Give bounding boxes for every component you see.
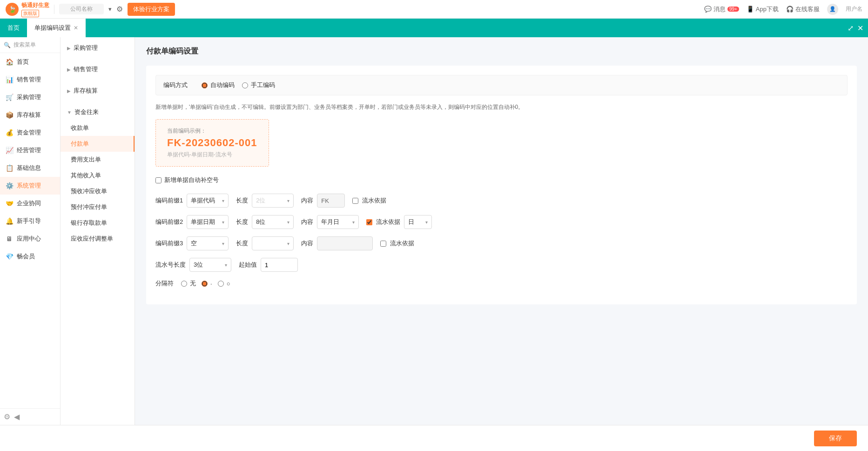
- guide-icon: 🔔: [6, 217, 13, 225]
- sub-menu-item-bank[interactable]: 银行存取款单: [61, 215, 135, 231]
- prefix2-select[interactable]: 单据日期 ▾: [187, 215, 229, 229]
- sub-menu-header-purchase[interactable]: ▶ 采购管理: [61, 40, 135, 56]
- sidebar-item-member[interactable]: 💎 畅会员: [0, 248, 60, 265]
- serial2-field: 流水依据 日 ▾: [366, 215, 432, 229]
- basic-info-icon: 📋: [6, 164, 13, 172]
- prefix1-select[interactable]: 单据代码 ▾: [187, 194, 229, 208]
- sidebar-item-finance[interactable]: 💰 资金管理: [0, 124, 60, 141]
- content1-field: 内容 FK: [301, 194, 345, 208]
- length2-select[interactable]: 8位 ▾: [252, 215, 294, 229]
- settings-bottom-icon[interactable]: ⚙: [4, 412, 10, 421]
- hint-text: 新增单据时，'单据编码'自动生成，不可编辑。前缀设置为部门、业务员等档案类，开单…: [155, 103, 848, 112]
- sidebar-item-system[interactable]: ⚙️ 系统管理: [0, 177, 60, 195]
- length3-select[interactable]: ▾: [252, 236, 294, 250]
- tab-close-icon[interactable]: ✕: [74, 25, 78, 31]
- sub-menu-item-receipt[interactable]: 收款单: [61, 120, 135, 136]
- sub-sidebar: ▶ 采购管理 ▶ 销售管理 ▶ 库存核算 ▼ 资金往来 收款单 付款单 费用支出…: [61, 37, 135, 425]
- sidebar-search[interactable]: 🔍 搜索菜单: [0, 37, 60, 53]
- sub-menu-item-adjustment[interactable]: 应收应付调整单: [61, 231, 135, 247]
- sidebar-item-apps[interactable]: 🖥 应用中心: [0, 230, 60, 248]
- sub-menu-item-prepaid-receivable[interactable]: 预收冲应收单: [61, 183, 135, 199]
- serial2-checkbox[interactable]: [366, 219, 372, 225]
- content2-field: 内容 年月日 ▾: [301, 215, 359, 229]
- sidebar-item-guide[interactable]: 🔔 新手引导: [0, 212, 60, 230]
- serial2-label: 流水依据: [376, 218, 400, 226]
- sub-menu-header-capital[interactable]: ▼ 资金往来: [61, 104, 135, 120]
- arrow-icon-inventory: ▶: [67, 88, 71, 94]
- serial1-checkbox[interactable]: [352, 198, 358, 204]
- sidebar-item-home[interactable]: 🏠 首页: [0, 53, 60, 71]
- save-button[interactable]: 保存: [814, 431, 857, 446]
- content2-select[interactable]: 年月日 ▾: [317, 215, 359, 229]
- sub-menu-item-expense[interactable]: 费用支出单: [61, 152, 135, 168]
- username: 用户名: [846, 5, 862, 13]
- search-icon: 🔍: [4, 42, 11, 48]
- length1-field: 长度 2位 ▾: [236, 194, 294, 208]
- radio-auto[interactable]: 自动编码: [202, 81, 235, 89]
- content2-label: 内容: [301, 218, 313, 226]
- company-selector[interactable]: 公司名称: [59, 4, 104, 14]
- serial-start-input[interactable]: [261, 258, 298, 272]
- user-avatar[interactable]: 👤: [827, 4, 838, 15]
- collapse-icon[interactable]: ◀: [14, 412, 20, 421]
- serial-length-select[interactable]: 3位 ▾: [189, 258, 231, 272]
- serial-length-field: 流水号长度 3位 ▾: [155, 258, 231, 272]
- maximize-icon[interactable]: ⤢: [848, 24, 854, 33]
- length2-label: 长度: [236, 218, 248, 226]
- sub-menu-item-payment[interactable]: 付款单: [61, 136, 135, 152]
- sidebar-item-purchase[interactable]: 🛒 采购管理: [0, 88, 60, 106]
- inventory-icon: 📦: [6, 111, 13, 119]
- divider: [54, 5, 54, 14]
- content3-label: 内容: [301, 239, 313, 248]
- sub-menu-item-other-income[interactable]: 其他收入单: [61, 168, 135, 183]
- sidebar: 🔍 搜索菜单 🏠 首页 📊 销售管理 🛒 采购管理 📦 库存核算 💰 资金管理 …: [0, 37, 61, 425]
- length3-field: 长度 ▾: [236, 236, 294, 250]
- code-preview-desc: 单据代码-单据日期-流水号: [167, 151, 257, 159]
- content2-arrow: ▾: [352, 220, 355, 225]
- main-layout: 🔍 搜索菜单 🏠 首页 📊 销售管理 🛒 采购管理 📦 库存核算 💰 资金管理 …: [0, 37, 868, 425]
- prefix1-arrow: ▾: [222, 198, 224, 203]
- auto-fill-checkbox[interactable]: 新增单据自动补空号: [155, 176, 219, 184]
- encoding-radio-group: 自动编码 手工编码: [202, 81, 275, 89]
- message-button[interactable]: 💬 消息 99+: [704, 5, 739, 13]
- page-title: 付款单编码设置: [146, 47, 857, 56]
- tab-bar-right: ⤢ ✕: [848, 19, 863, 37]
- sidebar-item-enterprise[interactable]: 🤝 企业协同: [0, 195, 60, 212]
- length3-label: 长度: [236, 239, 248, 248]
- sidebar-item-sales[interactable]: 📊 销售管理: [0, 71, 60, 88]
- separator-dot[interactable]: ·: [202, 280, 212, 287]
- separator-circle[interactable]: ○: [218, 280, 230, 287]
- logo-text: 畅通好生意 旗舰版: [21, 1, 49, 17]
- sidebar-item-operations[interactable]: 📈 经营管理: [0, 141, 60, 159]
- serial2-unit-select[interactable]: 日 ▾: [404, 215, 432, 229]
- sidebar-item-inventory[interactable]: 📦 库存核算: [0, 106, 60, 124]
- app-download-button[interactable]: 📱 App下载: [747, 5, 779, 13]
- auto-fill-row: 新增单据自动补空号: [155, 176, 848, 184]
- length1-select[interactable]: 2位 ▾: [252, 194, 294, 208]
- length3-arrow: ▾: [287, 241, 289, 246]
- tab-home[interactable]: 首页: [0, 19, 27, 37]
- radio-manual[interactable]: 手工编码: [242, 81, 275, 89]
- tab-encoding-settings[interactable]: 单据编码设置 ✕: [27, 19, 86, 37]
- finance-icon: 💰: [6, 129, 13, 136]
- serial2-unit-arrow: ▾: [425, 220, 428, 225]
- sub-menu-item-prepaid-payable[interactable]: 预付冲应付单: [61, 199, 135, 215]
- serial-start-field: 起始值: [239, 258, 298, 272]
- config-row-3: 编码前缀3 空 ▾ 长度 ▾ 内容: [155, 236, 848, 250]
- close-window-icon[interactable]: ✕: [857, 24, 863, 33]
- prefix3-label: 编码前缀3: [155, 239, 183, 248]
- sidebar-item-basic-info[interactable]: 📋 基础信息: [0, 159, 60, 177]
- serial3-checkbox[interactable]: [380, 241, 386, 247]
- sub-menu-header-inventory[interactable]: ▶ 库存核算: [61, 83, 135, 99]
- config-row-2: 编码前缀2 单据日期 ▾ 长度 8位 ▾ 内容 年月日: [155, 215, 848, 229]
- prefix3-select[interactable]: 空 ▾: [187, 236, 229, 250]
- sub-menu-header-sales[interactable]: ▶ 销售管理: [61, 61, 135, 77]
- expand-button[interactable]: ▾: [108, 6, 112, 13]
- serial1-field: 流水依据: [352, 196, 386, 205]
- gear-icon[interactable]: ⚙: [116, 5, 123, 13]
- online-service-button[interactable]: 🎧 在线客服: [786, 5, 820, 13]
- bottom-bar: 保存: [0, 425, 868, 451]
- trial-button[interactable]: 体验行业方案: [128, 3, 175, 16]
- code-preview-value: FK-20230602-001: [167, 137, 257, 149]
- separator-none[interactable]: 无: [181, 279, 196, 288]
